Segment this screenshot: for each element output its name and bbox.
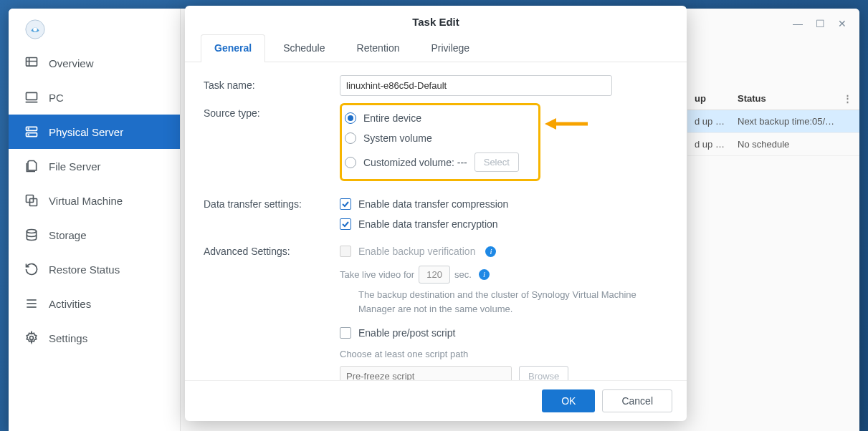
sidebar-item-label: Virtual Machine xyxy=(49,195,123,207)
sidebar-item-activities[interactable]: Activities xyxy=(9,286,180,321)
svg-point-17 xyxy=(30,336,34,340)
option-compression: Enable data transfer compression xyxy=(358,198,508,210)
storage-icon xyxy=(24,228,39,242)
sidebar-item-pc[interactable]: PC xyxy=(9,80,180,115)
checkbox-verification[interactable] xyxy=(340,246,351,257)
select-volume-button[interactable]: Select xyxy=(474,152,519,172)
radio-customized-volume[interactable] xyxy=(345,157,356,168)
live-video-pre: Take live video for xyxy=(340,268,414,282)
live-video-post: sec. xyxy=(454,268,472,282)
tab-schedule[interactable]: Schedule xyxy=(270,34,338,62)
advanced-settings-label: Advanced Settings: xyxy=(204,241,340,257)
sidebar-item-file-server[interactable]: File Server xyxy=(9,149,180,183)
browse-pre-button[interactable]: Browse xyxy=(519,366,568,381)
restore-icon xyxy=(24,262,39,276)
sidebar-item-label: Physical Server xyxy=(49,126,123,138)
sidebar-item-physical-server[interactable]: Physical Server xyxy=(9,115,180,149)
sidebar-item-storage[interactable]: Storage xyxy=(9,218,180,252)
sidebar-item-label: Overview xyxy=(49,57,94,69)
files-icon xyxy=(24,159,39,173)
activities-icon xyxy=(24,296,39,311)
option-verification: Enable backup verification xyxy=(358,246,475,257)
option-encryption: Enable data transfer encryption xyxy=(358,218,498,230)
sidebar: Overview PC Physical Server File Server … xyxy=(9,9,181,431)
minimize-icon[interactable]: — xyxy=(793,19,803,29)
checkbox-encryption[interactable] xyxy=(340,218,351,230)
pre-freeze-input[interactable] xyxy=(340,366,512,381)
option-entire-device: Entire device xyxy=(363,112,421,124)
live-video-input[interactable] xyxy=(419,266,450,284)
radio-entire-device[interactable] xyxy=(345,112,356,124)
col-header: up xyxy=(695,93,738,104)
svg-point-9 xyxy=(28,128,29,129)
svg-point-13 xyxy=(27,230,36,233)
table-header: up Status ⋮ xyxy=(687,87,859,110)
sidebar-item-restore-status[interactable]: Restore Status xyxy=(9,252,180,286)
script-hint: Choose at least one script path xyxy=(340,347,668,362)
sidebar-item-label: Restore Status xyxy=(49,263,120,276)
sidebar-item-label: Settings xyxy=(49,332,87,344)
table-row[interactable]: d up … No schedule xyxy=(687,133,859,156)
sidebar-item-label: Storage xyxy=(49,229,87,241)
sidebar-item-label: File Server xyxy=(49,160,101,173)
data-transfer-label: Data transfer settings: xyxy=(204,194,340,210)
source-type-highlight: Entire device System volume Customized v… xyxy=(340,103,540,181)
task-edit-dialog: Task Edit General Schedule Retention Pri… xyxy=(185,6,687,421)
ok-button[interactable]: OK xyxy=(542,389,595,412)
info-icon[interactable]: i xyxy=(485,246,496,257)
table-row[interactable]: d up … Next backup time:05/… xyxy=(687,110,859,133)
pc-icon xyxy=(24,90,39,105)
maximize-icon[interactable]: ☐ xyxy=(816,19,825,29)
column-menu-icon[interactable]: ⋮ xyxy=(837,93,852,104)
tab-privilege[interactable]: Privilege xyxy=(417,34,483,62)
sidebar-item-overview[interactable]: Overview xyxy=(9,46,180,80)
info-icon[interactable]: i xyxy=(479,269,490,280)
svg-point-10 xyxy=(28,135,29,135)
tab-general[interactable]: General xyxy=(201,34,265,62)
sidebar-item-virtual-machine[interactable]: Virtual Machine xyxy=(9,183,180,218)
vm-icon xyxy=(24,193,39,208)
app-logo-icon xyxy=(24,19,46,43)
radio-system-volume[interactable] xyxy=(345,132,356,144)
sidebar-item-label: Activities xyxy=(49,298,91,310)
task-name-input[interactable] xyxy=(340,75,612,96)
server-icon xyxy=(24,125,39,139)
dialog-title: Task Edit xyxy=(185,6,687,34)
checkbox-compression[interactable] xyxy=(340,198,351,210)
background-table: up Status ⋮ d up … Next backup time:05/…… xyxy=(687,87,859,156)
tab-retention[interactable]: Retention xyxy=(343,34,414,62)
cancel-button[interactable]: Cancel xyxy=(602,389,672,412)
sidebar-item-label: PC xyxy=(49,92,64,104)
source-type-label: Source type: xyxy=(204,103,340,119)
dialog-tabs: General Schedule Retention Privilege xyxy=(185,34,687,62)
option-system-volume: System volume xyxy=(363,132,432,144)
dialog-footer: OK Cancel xyxy=(185,380,687,421)
task-name-label: Task name: xyxy=(204,75,340,91)
col-header-status: Status xyxy=(738,93,837,104)
gear-icon xyxy=(24,331,39,345)
volume-warning-text: The backup destination and the cluster o… xyxy=(358,288,659,316)
svg-rect-5 xyxy=(27,92,37,100)
dialog-body: Task name: Source type: Entire device Sy… xyxy=(185,62,687,380)
close-icon[interactable]: ✕ xyxy=(838,19,846,29)
sidebar-item-settings[interactable]: Settings xyxy=(9,321,180,355)
option-script: Enable pre/post script xyxy=(358,327,455,339)
option-customized-volume: Customized volume: --- xyxy=(363,157,467,168)
checkbox-script[interactable] xyxy=(340,327,351,339)
overview-icon xyxy=(24,56,39,70)
svg-point-1 xyxy=(33,27,37,32)
